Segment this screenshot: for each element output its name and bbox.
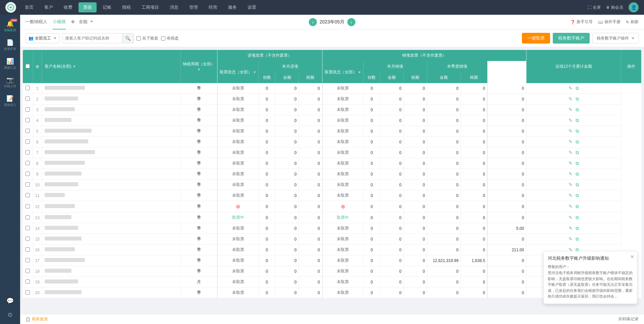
sidebar-item-open-invoice[interactable]: 📄 发票开具: [0, 36, 20, 54]
copy-icon[interactable]: ⧉: [575, 107, 580, 112]
copy-icon[interactable]: ⧉: [575, 118, 580, 123]
row-checkbox[interactable]: [25, 86, 30, 90]
output-status-filter[interactable]: ▼: [358, 70, 361, 74]
row-checkbox-cell[interactable]: [23, 201, 33, 212]
select-all-checkbox[interactable]: [25, 64, 30, 68]
row-checkbox[interactable]: [25, 215, 30, 219]
row-checkbox[interactable]: [25, 269, 30, 273]
one-click-invoice-btn[interactable]: 一键取票: [522, 33, 550, 44]
member-btn[interactable]: ♛ 购会员: [606, 5, 623, 10]
copy-icon[interactable]: ⧉: [575, 182, 580, 187]
notification-close-btn[interactable]: ✕: [630, 254, 634, 259]
row-checkbox[interactable]: [25, 172, 30, 176]
row-checkbox[interactable]: [25, 237, 30, 241]
tax-disk-checkbox-label[interactable]: 有税盘: [161, 36, 179, 41]
row-checkbox[interactable]: [25, 96, 30, 101]
sub-accounts-checkbox-label[interactable]: 名下账套: [137, 36, 158, 41]
sidebar-item-invoice-entry[interactable]: 📝 票据录入: [0, 92, 20, 110]
manual-btn[interactable]: 📖 操作手册: [598, 19, 621, 25]
copy-icon[interactable]: ⧉: [575, 139, 580, 144]
period-filter-icon[interactable]: ▼: [197, 68, 201, 71]
row-checkbox[interactable]: [25, 161, 30, 165]
row-checkbox-cell[interactable]: [23, 126, 33, 137]
sidebar-item-scan-upload[interactable]: 📷 扫描上传: [0, 73, 20, 91]
row-checkbox[interactable]: [25, 139, 30, 144]
row-checkbox[interactable]: [25, 107, 30, 112]
row-checkbox-cell[interactable]: [23, 287, 33, 298]
sidebar-bottom-settings[interactable]: ⚙: [5, 309, 15, 321]
edit-icon[interactable]: ✎: [568, 150, 574, 155]
nav-fee[interactable]: 收费: [59, 2, 77, 12]
copy-icon[interactable]: ⧉: [575, 193, 580, 198]
edit-icon[interactable]: ✎: [568, 215, 574, 220]
client-filter-icon[interactable]: ▼: [72, 65, 76, 68]
row-checkbox-cell[interactable]: [23, 147, 33, 158]
edit-icon[interactable]: ✎: [568, 139, 574, 144]
edit-icon[interactable]: ✎: [568, 128, 574, 134]
nav-settings[interactable]: 设置: [243, 2, 261, 12]
nav-business[interactable]: 工商项目: [137, 2, 164, 12]
row-checkbox[interactable]: [25, 279, 30, 284]
nav-service[interactable]: 服务: [223, 2, 241, 12]
row-checkbox-cell[interactable]: [23, 115, 33, 126]
settings-col-icon[interactable]: ⚙: [36, 64, 39, 69]
nav-message[interactable]: 消息: [165, 2, 183, 12]
refresh-btn[interactable]: ↻ 刷新: [626, 19, 639, 25]
sidebar-bottom-chat[interactable]: 💬: [5, 295, 15, 307]
row-checkbox[interactable]: [25, 150, 30, 154]
fullscreen-btn[interactable]: ⛶ 全屏: [587, 5, 601, 10]
copy-icon[interactable]: ⧉: [575, 236, 580, 242]
nav-invoice[interactable]: 票据: [78, 2, 97, 12]
edit-icon[interactable]: ✎: [568, 118, 574, 123]
copy-icon[interactable]: ⧉: [575, 160, 580, 166]
nav-home[interactable]: 首页: [20, 2, 38, 12]
row-checkbox[interactable]: [25, 129, 30, 133]
tax-policy-link[interactable]: 📋 税务政策: [25, 316, 48, 322]
row-checkbox[interactable]: [25, 182, 30, 187]
row-checkbox-cell[interactable]: [23, 94, 33, 105]
edit-icon[interactable]: ✎: [568, 182, 574, 187]
copy-icon[interactable]: ⧉: [575, 85, 580, 91]
sidebar-item-smart-invoice[interactable]: 🔔 智能取票 new: [0, 17, 20, 35]
copy-icon[interactable]: ⧉: [575, 215, 580, 220]
search-button[interactable]: 🔍: [122, 33, 134, 43]
tab-small-scale[interactable]: 小规模: [53, 15, 66, 29]
row-checkbox-cell[interactable]: [23, 190, 33, 201]
copy-icon[interactable]: ⧉: [575, 204, 580, 209]
row-checkbox[interactable]: [25, 247, 30, 252]
digital-account-operations-btn[interactable]: 税务数字账户操作: [592, 33, 639, 44]
tab-general-taxpayer[interactable]: 一般纳税人: [25, 15, 47, 29]
copy-icon[interactable]: ⧉: [575, 150, 580, 155]
edit-icon[interactable]: ✎: [568, 160, 574, 166]
tax-disk-checkbox[interactable]: [161, 36, 165, 41]
edit-icon[interactable]: ✎: [568, 171, 574, 177]
sidebar-item-invoice-summary[interactable]: 📊 票据汇总: [0, 55, 20, 72]
row-checkbox-cell[interactable]: [23, 158, 33, 169]
row-checkbox-cell[interactable]: [23, 266, 33, 277]
new-guide-btn[interactable]: ❓ 新手引导: [570, 19, 593, 25]
edit-icon[interactable]: ✎: [568, 85, 574, 91]
row-checkbox[interactable]: [25, 118, 30, 122]
prev-month-btn[interactable]: ‹: [309, 18, 317, 26]
row-checkbox-cell[interactable]: [23, 180, 33, 190]
edit-icon[interactable]: ✎: [568, 193, 574, 198]
nav-operation[interactable]: 经营: [204, 2, 222, 12]
search-input[interactable]: [62, 33, 122, 43]
row-checkbox-cell[interactable]: [23, 169, 33, 180]
edit-icon[interactable]: ✎: [568, 204, 574, 209]
edit-icon[interactable]: ✎: [568, 107, 574, 112]
row-checkbox-cell[interactable]: [23, 234, 33, 245]
row-checkbox[interactable]: [25, 204, 30, 208]
nav-customer[interactable]: 客户: [40, 2, 58, 12]
avatar[interactable]: 👤: [629, 2, 639, 12]
employee-select[interactable]: 👥 全部员工: [25, 33, 59, 43]
row-checkbox-cell[interactable]: [23, 255, 33, 266]
sub-accounts-checkbox[interactable]: [137, 36, 141, 41]
row-checkbox-cell[interactable]: [23, 137, 33, 147]
row-checkbox[interactable]: [25, 290, 30, 295]
digital-account-btn[interactable]: 税务数字账户: [553, 33, 590, 44]
row-checkbox[interactable]: [25, 226, 30, 230]
edit-icon[interactable]: ✎: [568, 236, 574, 242]
copy-icon[interactable]: ⧉: [575, 225, 580, 231]
nav-tax[interactable]: 报税: [117, 2, 136, 12]
